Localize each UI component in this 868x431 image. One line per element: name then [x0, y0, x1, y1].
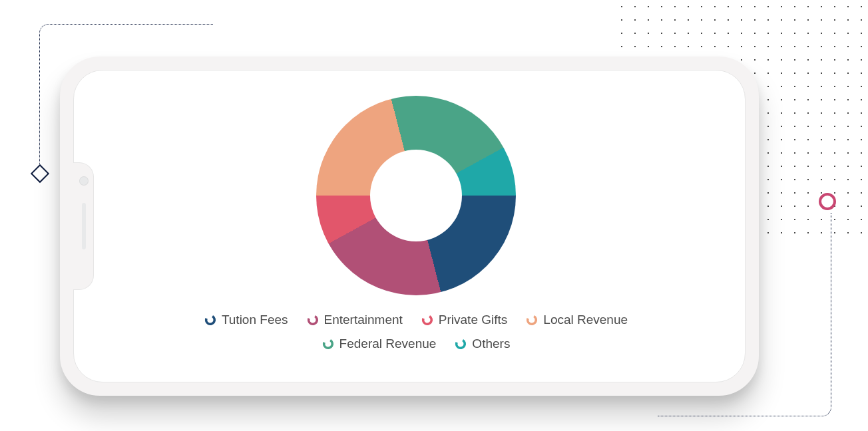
legend-item-tution-fees[interactable]: Tution Fees — [204, 313, 288, 327]
svg-point-3 — [527, 314, 538, 325]
doughnut-icon — [421, 314, 433, 326]
phone-screen: Tution Fees Entertainment Private Gifts … — [100, 83, 732, 369]
legend-label: Private Gifts — [439, 313, 507, 327]
diamond-icon — [31, 164, 49, 183]
doughnut-icon — [322, 338, 334, 350]
legend-item-entertainment[interactable]: Entertainment — [307, 313, 403, 327]
legend-item-federal-revenue[interactable]: Federal Revenue — [322, 337, 437, 351]
legend-item-others[interactable]: Others — [455, 337, 510, 351]
doughnut-icon — [307, 314, 319, 326]
legend-label: Local Revenue — [543, 313, 628, 327]
svg-point-5 — [455, 338, 467, 349]
svg-point-0 — [204, 314, 216, 325]
doughnut-chart-hole — [370, 150, 462, 241]
doughnut-icon — [204, 314, 216, 326]
legend-item-private-gifts[interactable]: Private Gifts — [421, 313, 507, 327]
svg-point-1 — [307, 314, 318, 325]
legend-item-local-revenue[interactable]: Local Revenue — [526, 313, 628, 327]
doughnut-icon — [526, 314, 538, 326]
legend-label: Others — [472, 337, 510, 351]
svg-point-4 — [322, 338, 333, 349]
speaker-slot — [82, 203, 86, 249]
svg-point-2 — [421, 314, 433, 325]
legend-label: Federal Revenue — [339, 337, 437, 351]
doughnut-chart — [316, 96, 516, 295]
legend-label: Tution Fees — [222, 313, 288, 327]
legend-label: Entertainment — [324, 313, 403, 327]
doughnut-icon — [455, 338, 467, 350]
camera-icon — [79, 176, 89, 186]
ring-icon — [819, 193, 836, 210]
phone-mockup: Tution Fees Entertainment Private Gifts … — [60, 57, 759, 396]
chart-legend: Tution Fees Entertainment Private Gifts … — [203, 313, 629, 351]
phone-notch — [73, 162, 94, 290]
